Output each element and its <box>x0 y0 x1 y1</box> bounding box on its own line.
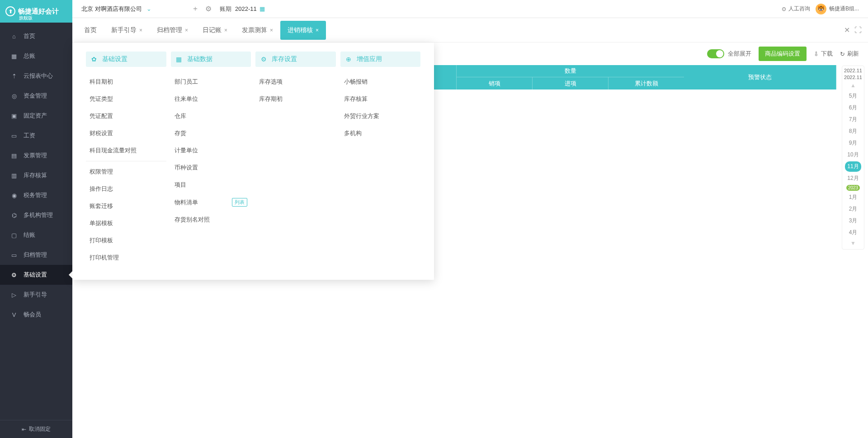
month-2023-1[interactable]: 1月 <box>842 192 864 203</box>
mega-col-value-added: ⊕增值应用小畅报销库存核算外贸行业方案多机构 <box>340 52 421 266</box>
nav-tax[interactable]: ◉税务管理 <box>0 185 72 205</box>
month-12[interactable]: 12月 <box>842 173 864 184</box>
nav-archive[interactable]: ▭归档管理 <box>0 245 72 265</box>
month-up-button[interactable]: ▲ <box>850 81 856 89</box>
mega-item[interactable]: 部门员工 <box>171 73 251 90</box>
nav-funds[interactable]: ◎资金管理 <box>0 86 72 106</box>
download-button[interactable]: ⇩下载 <box>814 50 833 58</box>
company-settings-button[interactable]: ⚙ <box>205 5 212 13</box>
nav-close[interactable]: ▢结账 <box>0 225 72 245</box>
tab-bar: 首页 新手引导× 归档管理× 日记账× 发票测算× 进销稽核× ✕ ⛶ <box>72 18 868 42</box>
nav-reports[interactable]: ⇡云报表中心 <box>0 66 72 86</box>
year-2023-badge: 2023 <box>846 185 860 191</box>
period-selector[interactable]: 账期 2022-11 ▦ <box>220 5 265 13</box>
month-11-active[interactable]: 11月 <box>845 161 861 172</box>
close-icon[interactable]: × <box>270 27 273 33</box>
chevron-down-icon: ⌄ <box>146 5 151 12</box>
nav-settings[interactable]: ⚙基础设置 <box>0 265 72 285</box>
section-icon: ⊕ <box>344 55 353 64</box>
month-8[interactable]: 8月 <box>842 126 864 137</box>
mega-item[interactable]: 财税设置 <box>86 125 166 142</box>
month-7[interactable]: 7月 <box>842 114 864 125</box>
mega-item[interactable]: 凭证配置 <box>86 108 166 125</box>
month-2023-2[interactable]: 2月 <box>842 204 864 214</box>
nav-home[interactable]: ⌂首页 <box>0 26 72 46</box>
company-selector[interactable]: 北京 对啊酒店有限公司 ⌄ <box>81 5 185 13</box>
nav-invoice[interactable]: ▤发票管理 <box>0 146 72 165</box>
tab-journal[interactable]: 日记账× <box>195 18 235 42</box>
add-company-button[interactable]: ＋ <box>192 4 199 14</box>
nav-assets[interactable]: ▣固定资产 <box>0 106 72 126</box>
warehouse-icon: ▥ <box>10 171 18 179</box>
settings-mega-menu: ✿基础设置科目期初凭证类型凭证配置财税设置科目现金流量对照权限管理操作日志账套迁… <box>72 42 434 280</box>
mega-item[interactable]: 打印机管理 <box>86 249 166 266</box>
nav-ledger[interactable]: ▦总账 <box>0 46 72 66</box>
sidebar: ⬆ 畅捷通好会计 旗舰版 ⌂首页 ▦总账 ⇡云报表中心 ◎资金管理 ▣固定资产 … <box>0 0 72 438</box>
nav-salary[interactable]: ▭工资 <box>0 126 72 146</box>
mega-item[interactable]: 操作日志 <box>86 180 166 198</box>
refresh-button[interactable]: ↻刷新 <box>840 50 859 58</box>
tab-sales-audit[interactable]: 进销稽核× <box>280 21 326 40</box>
mega-item[interactable]: 单据模板 <box>86 215 166 232</box>
mega-item[interactable]: 库存选项 <box>255 73 336 90</box>
mega-item[interactable]: 存货 <box>171 125 251 142</box>
tab-home[interactable]: 首页 <box>77 18 104 42</box>
mega-item[interactable]: 打印模板 <box>86 232 166 249</box>
month-6[interactable]: 6月 <box>842 103 864 113</box>
close-icon[interactable]: × <box>139 27 142 33</box>
month-panel: 2022.11 2022.11 ▲ 5月 6月 7月 8月 9月 10月 11月… <box>842 66 864 250</box>
month-5[interactable]: 5月 <box>842 91 864 101</box>
mega-item[interactable]: 多机构 <box>340 125 421 142</box>
nav-inventory[interactable]: ▥库存核算 <box>0 165 72 185</box>
nav-member[interactable]: V畅会员 <box>0 305 72 325</box>
mega-item[interactable]: 币种设置 <box>171 159 251 176</box>
download-icon: ⇩ <box>814 51 819 57</box>
brand-edition: 旗舰版 <box>19 15 33 21</box>
mega-col-basic-settings: ✿基础设置科目期初凭证类型凭证配置财税设置科目现金流量对照权限管理操作日志账套迁… <box>86 52 166 266</box>
unpin-button[interactable]: ⇤ 取消固定 <box>0 420 72 438</box>
mega-item[interactable]: 项目 <box>171 176 251 193</box>
month-2023-4[interactable]: 4月 <box>842 227 864 238</box>
expand-all-toggle[interactable] <box>707 49 724 58</box>
month-9[interactable]: 9月 <box>842 138 864 148</box>
mega-item[interactable]: 库存期初 <box>255 90 336 108</box>
mega-item[interactable]: 凭证类型 <box>86 90 166 108</box>
mega-item[interactable]: 仓库 <box>171 108 251 125</box>
section-icon: ⚙ <box>259 55 268 64</box>
mega-item[interactable]: 往来单位 <box>171 90 251 108</box>
mega-item[interactable]: 库存核算 <box>340 90 421 108</box>
close-icon[interactable]: × <box>316 27 319 33</box>
month-10[interactable]: 10月 <box>842 150 864 160</box>
invoice-icon: ▤ <box>10 151 18 160</box>
th-purchase: 进项 <box>533 77 609 89</box>
nav-multiorg[interactable]: ⌬多机构管理 <box>0 205 72 225</box>
mega-item[interactable]: 外贸行业方案 <box>340 108 421 125</box>
mega-item[interactable]: 权限管理 <box>86 163 166 180</box>
close-icon[interactable]: × <box>185 27 188 33</box>
calendar-icon: ▦ <box>259 5 265 12</box>
gear-icon: ⚙ <box>10 271 18 279</box>
month-2023-3[interactable]: 3月 <box>842 216 864 226</box>
mega-item[interactable]: 物料清单列表 <box>171 193 251 211</box>
mega-item[interactable]: 计量单位 <box>171 142 251 159</box>
close-icon[interactable]: × <box>224 27 227 33</box>
customer-service-button[interactable]: ⊙ 人工咨询 <box>782 5 810 13</box>
tab-invoice-calc[interactable]: 发票测算× <box>235 18 280 42</box>
product-code-settings-button[interactable]: 商品编码设置 <box>759 47 807 61</box>
nav-guide[interactable]: ▷新手引导 <box>0 285 72 305</box>
mega-item[interactable]: 科目期初 <box>86 73 166 90</box>
month-down-button[interactable]: ▼ <box>850 239 856 247</box>
mega-item[interactable]: 存货别名对照 <box>171 211 251 228</box>
mega-item[interactable]: 小畅报销 <box>340 73 421 90</box>
vip-icon: V <box>10 311 18 319</box>
fullscreen-button[interactable]: ⛶ <box>854 26 862 34</box>
user-menu[interactable]: 🐯 畅捷通B组... <box>816 4 859 14</box>
mega-item[interactable]: 科目现金流量对照 <box>86 142 166 159</box>
org-icon: ⌬ <box>10 211 18 219</box>
close-all-tabs-button[interactable]: ✕ <box>844 26 850 34</box>
tab-archive[interactable]: 归档管理× <box>150 18 195 42</box>
tax-icon: ◉ <box>10 191 18 199</box>
mega-item[interactable]: 账套迁移 <box>86 198 166 215</box>
th-status: 预警状态 <box>684 65 836 89</box>
tab-guide[interactable]: 新手引导× <box>104 18 150 42</box>
